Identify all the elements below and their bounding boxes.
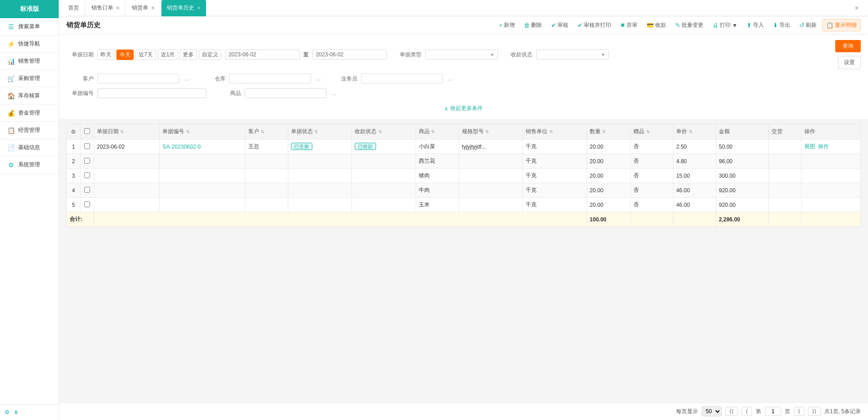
customer-picker[interactable]: ... [183, 75, 191, 82]
show-detail-button[interactable]: 📋 显示明细 [822, 19, 861, 31]
cell-checkbox[interactable] [80, 169, 94, 183]
pause-bottom-icon[interactable]: ⏸ [13, 409, 19, 415]
tab-sales-history[interactable]: 销货单历史 ✕ [161, 0, 206, 16]
next-page-button[interactable]: ⟩ [794, 407, 804, 416]
col-doc-no[interactable]: 单据编号 ⇅ [160, 124, 245, 140]
date-btn-7days[interactable]: 近7天 [135, 50, 156, 60]
col-doc-status-label: 单据状态 [291, 128, 313, 135]
col-quantity[interactable]: 数量 ⇅ [587, 124, 631, 140]
sidebar-item-sales-mgmt[interactable]: 📊 销售管理 [0, 53, 59, 70]
col-gear[interactable]: ⚙ [67, 124, 80, 140]
view-action[interactable]: 视图 [804, 143, 815, 150]
cell-checkbox[interactable] [80, 198, 94, 212]
sort-doc-status-icon[interactable]: ⇅ [314, 129, 318, 134]
sidebar-item-purchase-mgmt[interactable]: 🛒 采购管理 [0, 70, 59, 87]
sort-sales-unit-icon[interactable]: ⇅ [549, 129, 553, 134]
batch-change-button[interactable]: ✎ 批量变更 [672, 20, 707, 31]
date-from-input[interactable] [225, 50, 300, 60]
sort-doc-date-icon[interactable]: ⇅ [120, 129, 124, 134]
sidebar-item-inventory-calc[interactable]: 🏠 库存核算 [0, 87, 59, 105]
warehouse-picker[interactable]: ... [315, 75, 323, 82]
payment-status-select[interactable] [536, 50, 609, 60]
export-button[interactable]: ⬇ 导出 [769, 20, 794, 31]
tab-sales-order[interactable]: 销售订单 ✕ [86, 0, 125, 16]
close-all-tabs[interactable]: ✕ [849, 5, 864, 11]
sort-spec-icon[interactable]: ⇅ [485, 129, 489, 134]
gear-settings-icon[interactable]: ⚙ [71, 129, 76, 135]
audit-button[interactable]: ✔ 审核 [547, 20, 572, 31]
prev-page-button[interactable]: ⟨ [742, 407, 752, 416]
sort-gift-icon[interactable]: ⇅ [646, 129, 650, 134]
col-customer[interactable]: 客户 ⇅ [245, 124, 288, 140]
sidebar-item-search-menu[interactable]: ☰ 搜索菜单 [0, 18, 59, 35]
filter-actions: 查询 设置 [835, 40, 861, 69]
col-payment-status[interactable]: 收款状态 ⇅ [352, 124, 416, 140]
warehouse-input[interactable] [229, 74, 311, 84]
col-gift[interactable]: 赠品 ⇅ [631, 124, 673, 140]
sidebar-item-basic-info[interactable]: 📄 基础信息 [0, 139, 59, 156]
print-button[interactable]: 🖨 打印 ▼ [709, 20, 741, 31]
sort-unit-price-icon[interactable]: ⇅ [689, 129, 692, 134]
salesperson-picker[interactable]: ... [447, 75, 455, 82]
sidebar-item-finance-mgmt[interactable]: 💰 资金管理 [0, 105, 59, 122]
current-page-input[interactable] [765, 407, 781, 416]
sidebar-item-quick-nav[interactable]: ⚡ 快捷导航 [0, 35, 59, 53]
sidebar-item-label: 搜索菜单 [18, 23, 40, 30]
customer-input[interactable] [97, 74, 179, 84]
setting-button[interactable]: 设置 [838, 56, 861, 69]
sidebar-item-ops-mgmt[interactable]: 📋 经营管理 [0, 122, 59, 139]
tab-sales-order-close[interactable]: ✕ [116, 5, 120, 10]
last-page-button[interactable]: ⟩⟩ [808, 407, 821, 416]
import-button[interactable]: ⬆ 导入 [743, 20, 768, 31]
col-unit-price[interactable]: 单价 ⇅ [673, 124, 716, 140]
doc-no-link[interactable]: SA-20230602-0 [162, 144, 201, 150]
col-goods[interactable]: 商品 ⇅ [416, 124, 459, 140]
tab-sales-delivery[interactable]: 销货单 ✕ [126, 0, 161, 16]
audit-print-button[interactable]: ✔ 审核并打印 [574, 20, 615, 31]
tab-home[interactable]: 首页 [63, 0, 85, 16]
col-sales-unit[interactable]: 销售单位 ⇅ [523, 124, 587, 140]
cell-checkbox[interactable] [80, 183, 94, 198]
sort-quantity-icon[interactable]: ⇅ [602, 129, 606, 134]
print-label: 打印 [720, 21, 731, 29]
receive-button[interactable]: 💳 收款 [643, 20, 670, 31]
cell-checkbox[interactable] [80, 140, 94, 154]
date-btn-today[interactable]: 今天 [116, 50, 134, 60]
first-page-button[interactable]: ⟨⟨ [725, 407, 738, 416]
tab-sales-delivery-close[interactable]: ✕ [151, 5, 155, 10]
date-btn-custom[interactable]: 自定义 [199, 50, 221, 60]
doc-type-select[interactable] [425, 50, 498, 60]
col-checkbox[interactable] [80, 124, 94, 140]
audit-print-label: 审核并打印 [584, 21, 611, 29]
query-button[interactable]: 查询 [835, 40, 861, 52]
date-btn-more[interactable]: 更多 [180, 50, 197, 60]
cell-gift: 否 [631, 140, 673, 154]
refresh-button[interactable]: ↺ 刷新 [796, 20, 820, 31]
select-all-checkbox[interactable] [84, 128, 90, 134]
col-spec[interactable]: 规格型号 ⇅ [459, 124, 522, 140]
delete-button[interactable]: 🗑 删除 [520, 20, 546, 31]
goods-picker[interactable]: ... [330, 90, 338, 96]
col-doc-status[interactable]: 单据状态 ⇅ [288, 124, 351, 140]
cell-checkbox[interactable] [80, 154, 94, 169]
sort-payment-status-icon[interactable]: ⇅ [378, 129, 382, 134]
per-page-select[interactable]: 50 [702, 406, 722, 416]
doc-no-input[interactable] [97, 88, 206, 98]
col-doc-date[interactable]: 单据日期 ⇅ [94, 124, 160, 140]
sidebar-item-sys-mgmt[interactable]: ⚙ 系统管理 [0, 156, 59, 174]
goods-input[interactable] [245, 88, 326, 98]
collapse-button[interactable]: ∧ 收起更多条件 [441, 103, 487, 114]
date-to-input[interactable] [312, 50, 387, 60]
sort-customer-icon[interactable]: ⇅ [261, 129, 264, 134]
abandon-button[interactable]: ✖ 弃审 [617, 20, 641, 31]
date-btn-yesterday[interactable]: 昨天 [97, 50, 115, 60]
sort-goods-icon[interactable]: ⇅ [431, 129, 435, 134]
sort-doc-no-icon[interactable]: ⇅ [186, 129, 190, 134]
date-btn-1month[interactable]: 近1月 [158, 50, 178, 60]
new-button[interactable]: + 新增 [496, 20, 519, 31]
settings-bottom-icon[interactable]: ⚙ [5, 409, 10, 415]
salesperson-input[interactable] [361, 74, 443, 84]
table-row: 2 西兰花 千克 20.00 否 4.80 96.00 [67, 154, 861, 169]
tab-sales-history-close[interactable]: ✕ [197, 5, 201, 10]
operate-action[interactable]: 操作 [818, 143, 829, 150]
